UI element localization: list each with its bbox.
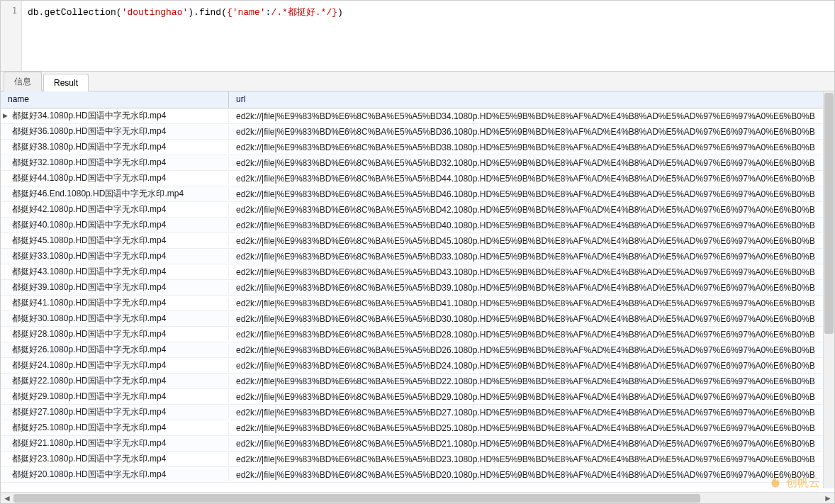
vertical-scroll-thumb[interactable] xyxy=(824,93,834,334)
cell-name: 都挺好30.1080p.HD国语中字无水印.mp4 xyxy=(1,313,229,325)
cell-url: ed2k://|file|%E9%83%BD%E6%8C%BA%E5%A5%BD… xyxy=(229,361,834,371)
cell-name: 都挺好42.1080p.HD国语中字无水印.mp4 xyxy=(1,203,229,215)
line-gutter: 1 xyxy=(1,1,22,71)
line-number: 1 xyxy=(12,6,17,16)
cell-name: 都挺好24.1080p.HD国语中字无水印.mp4 xyxy=(1,359,229,371)
cell-url: ed2k://|file|%E9%83%BD%E6%8C%BA%E5%A5%BD… xyxy=(229,470,834,480)
cell-url: ed2k://|file|%E9%83%BD%E6%8C%BA%E5%A5%BD… xyxy=(229,111,834,121)
cell-url: ed2k://|file|%E9%83%BD%E6%8C%BA%E5%A5%BD… xyxy=(229,236,834,246)
table-row[interactable]: 都挺好45.1080p.HD国语中字无水印.mp4ed2k://|file|%E… xyxy=(1,233,834,249)
cell-name: 都挺好23.1080p.HD国语中字无水印.mp4 xyxy=(1,453,229,465)
table-row[interactable]: 都挺好34.1080p.HD国语中字无水印.mp4ed2k://|file|%E… xyxy=(1,108,834,124)
cell-name: 都挺好38.1080p.HD国语中字无水印.mp4 xyxy=(1,141,229,153)
cell-url: ed2k://|file|%E9%83%BD%E6%8C%BA%E5%A5%BD… xyxy=(229,345,834,355)
table-row[interactable]: 都挺好39.1080p.HD国语中字无水印.mp4ed2k://|file|%E… xyxy=(1,280,834,296)
cell-url: ed2k://|file|%E9%83%BD%E6%8C%BA%E5%A5%BD… xyxy=(229,376,834,386)
cell-name: 都挺好36.1080p.HD国语中字无水印.mp4 xyxy=(1,125,229,138)
cell-url: ed2k://|file|%E9%83%BD%E6%8C%BA%E5%A5%BD… xyxy=(229,283,834,293)
table-row[interactable]: 都挺好38.1080p.HD国语中字无水印.mp4ed2k://|file|%E… xyxy=(1,140,834,155)
scroll-left-icon[interactable]: ◄ xyxy=(2,494,12,503)
cell-name: 都挺好22.1080p.HD国语中字无水印.mp4 xyxy=(1,375,229,387)
column-header-url[interactable]: url xyxy=(229,91,834,108)
cell-name: 都挺好29.1080p.HD国语中字无水印.mp4 xyxy=(1,391,229,403)
grid-header: name url xyxy=(1,91,834,108)
cell-name: 都挺好46.End.1080p.HD国语中字无水印.mp4 xyxy=(1,188,229,200)
scroll-track[interactable] xyxy=(13,494,822,503)
cell-url: ed2k://|file|%E9%83%BD%E6%8C%BA%E5%A5%BD… xyxy=(229,174,834,184)
cell-url: ed2k://|file|%E9%83%BD%E6%8C%BA%E5%A5%BD… xyxy=(229,267,834,277)
table-row[interactable]: 都挺好33.1080p.HD国语中字无水印.mp4ed2k://|file|%E… xyxy=(1,249,834,264)
cell-name: 都挺好33.1080p.HD国语中字无水印.mp4 xyxy=(1,250,229,262)
table-row[interactable]: 都挺好27.1080p.HD国语中字无水印.mp4ed2k://|file|%E… xyxy=(1,405,834,420)
app-window: 1 db.getCollection('doutinghao').find({'… xyxy=(0,0,835,504)
table-row[interactable]: 都挺好20.1080p.HD国语中字无水印.mp4ed2k://|file|%E… xyxy=(1,467,834,483)
table-row[interactable]: 都挺好25.1080p.HD国语中字无水印.mp4ed2k://|file|%E… xyxy=(1,420,834,436)
cell-name: 都挺好40.1080p.HD国语中字无水印.mp4 xyxy=(1,219,229,231)
tab-info[interactable]: 信息 xyxy=(4,72,42,91)
horizontal-scrollbar[interactable]: ◄ ► xyxy=(1,492,834,503)
cell-name: 都挺好44.1080p.HD国语中字无水印.mp4 xyxy=(1,172,229,184)
cell-url: ed2k://|file|%E9%83%BD%E6%8C%BA%E5%A5%BD… xyxy=(229,252,834,262)
cell-url: ed2k://|file|%E9%83%BD%E6%8C%BA%E5%A5%BD… xyxy=(229,454,834,464)
table-row[interactable]: 都挺好29.1080p.HD国语中字无水印.mp4ed2k://|file|%E… xyxy=(1,389,834,405)
cell-name: 都挺好45.1080p.HD国语中字无水印.mp4 xyxy=(1,235,229,247)
cell-url: ed2k://|file|%E9%83%BD%E6%8C%BA%E5%A5%BD… xyxy=(229,189,834,199)
table-row[interactable]: 都挺好32.1080p.HD国语中字无水印.mp4ed2k://|file|%E… xyxy=(1,155,834,171)
cell-name: 都挺好20.1080p.HD国语中字无水印.mp4 xyxy=(1,469,229,481)
query-code[interactable]: db.getCollection('doutinghao').find({'na… xyxy=(28,6,343,18)
cell-url: ed2k://|file|%E9%83%BD%E6%8C%BA%E5%A5%BD… xyxy=(229,220,834,230)
table-row[interactable]: 都挺好24.1080p.HD国语中字无水印.mp4ed2k://|file|%E… xyxy=(1,358,834,374)
table-row[interactable]: 都挺好46.End.1080p.HD国语中字无水印.mp4ed2k://|fil… xyxy=(1,186,834,202)
tab-result-label: Result xyxy=(54,78,78,88)
cell-url: ed2k://|file|%E9%83%BD%E6%8C%BA%E5%A5%BD… xyxy=(229,408,834,418)
table-row[interactable]: 都挺好26.1080p.HD国语中字无水印.mp4ed2k://|file|%E… xyxy=(1,342,834,358)
query-editor[interactable]: 1 db.getCollection('doutinghao').find({'… xyxy=(1,1,834,72)
cell-url: ed2k://|file|%E9%83%BD%E6%8C%BA%E5%A5%BD… xyxy=(229,158,834,168)
cell-url: ed2k://|file|%E9%83%BD%E6%8C%BA%E5%A5%BD… xyxy=(229,392,834,402)
cell-url: ed2k://|file|%E9%83%BD%E6%8C%BA%E5%A5%BD… xyxy=(229,439,834,449)
cell-name: 都挺好43.1080p.HD国语中字无水印.mp4 xyxy=(1,266,229,278)
cell-name: 都挺好39.1080p.HD国语中字无水印.mp4 xyxy=(1,281,229,293)
table-row[interactable]: 都挺好36.1080p.HD国语中字无水印.mp4ed2k://|file|%E… xyxy=(1,124,834,140)
cell-name: 都挺好34.1080p.HD国语中字无水印.mp4 xyxy=(1,110,229,122)
table-row[interactable]: 都挺好42.1080p.HD国语中字无水印.mp4ed2k://|file|%E… xyxy=(1,202,834,218)
cell-url: ed2k://|file|%E9%83%BD%E6%8C%BA%E5%A5%BD… xyxy=(229,298,834,308)
table-row[interactable]: 都挺好43.1080p.HD国语中字无水印.mp4ed2k://|file|%E… xyxy=(1,264,834,280)
table-row[interactable]: 都挺好28.1080p.HD国语中字无水印.mp4ed2k://|file|%E… xyxy=(1,327,834,342)
cell-name: 都挺好32.1080p.HD国语中字无水印.mp4 xyxy=(1,157,229,169)
cell-url: ed2k://|file|%E9%83%BD%E6%8C%BA%E5%A5%BD… xyxy=(229,127,834,137)
cell-url: ed2k://|file|%E9%83%BD%E6%8C%BA%E5%A5%BD… xyxy=(229,314,834,324)
column-header-name[interactable]: name xyxy=(1,91,229,108)
table-row[interactable]: 都挺好30.1080p.HD国语中字无水印.mp4ed2k://|file|%E… xyxy=(1,311,834,327)
cell-name: 都挺好25.1080p.HD国语中字无水印.mp4 xyxy=(1,422,229,434)
cell-name: 都挺好26.1080p.HD国语中字无水印.mp4 xyxy=(1,344,229,356)
table-row[interactable]: 都挺好44.1080p.HD国语中字无水印.mp4ed2k://|file|%E… xyxy=(1,171,834,186)
table-row[interactable]: 都挺好23.1080p.HD国语中字无水印.mp4ed2k://|file|%E… xyxy=(1,452,834,467)
vertical-scrollbar[interactable] xyxy=(823,91,834,488)
cell-name: 都挺好21.1080p.HD国语中字无水印.mp4 xyxy=(1,437,229,449)
tab-info-label: 信息 xyxy=(14,77,31,86)
table-row[interactable]: 都挺好41.1080p.HD国语中字无水印.mp4ed2k://|file|%E… xyxy=(1,296,834,311)
result-grid: name url 都挺好34.1080p.HD国语中字无水印.mp4ed2k:/… xyxy=(1,91,834,503)
table-row[interactable]: 都挺好22.1080p.HD国语中字无水印.mp4ed2k://|file|%E… xyxy=(1,374,834,389)
cell-url: ed2k://|file|%E9%83%BD%E6%8C%BA%E5%A5%BD… xyxy=(229,142,834,152)
cell-name: 都挺好27.1080p.HD国语中字无水印.mp4 xyxy=(1,406,229,418)
cell-name: 都挺好41.1080p.HD国语中字无水印.mp4 xyxy=(1,297,229,309)
cell-url: ed2k://|file|%E9%83%BD%E6%8C%BA%E5%A5%BD… xyxy=(229,205,834,215)
table-row[interactable]: 都挺好21.1080p.HD国语中字无水印.mp4ed2k://|file|%E… xyxy=(1,436,834,452)
scroll-thumb[interactable] xyxy=(13,494,700,503)
cell-url: ed2k://|file|%E9%83%BD%E6%8C%BA%E5%A5%BD… xyxy=(229,330,834,340)
scroll-right-icon[interactable]: ► xyxy=(823,494,833,503)
grid-body[interactable]: 都挺好34.1080p.HD国语中字无水印.mp4ed2k://|file|%E… xyxy=(1,108,834,492)
result-tabs: 信息 Result xyxy=(1,72,834,91)
cell-url: ed2k://|file|%E9%83%BD%E6%8C%BA%E5%A5%BD… xyxy=(229,423,834,433)
table-row[interactable]: 都挺好40.1080p.HD国语中字无水印.mp4ed2k://|file|%E… xyxy=(1,218,834,233)
cell-name: 都挺好28.1080p.HD国语中字无水印.mp4 xyxy=(1,328,229,340)
tab-result[interactable]: Result xyxy=(43,74,89,91)
